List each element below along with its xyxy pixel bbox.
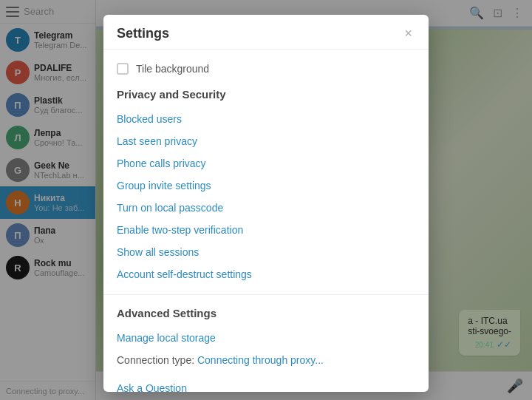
connection-label: Connection type:: [117, 354, 194, 366]
connection-row: Connection type: Connecting through prox…: [103, 349, 429, 371]
connection-value[interactable]: Connecting through proxy...: [197, 354, 324, 366]
privacy-section-title: Privacy and Security: [103, 85, 429, 108]
group-invite-link[interactable]: Group invite settings: [103, 174, 429, 197]
dialog-title: Settings: [117, 26, 169, 41]
settings-dialog: Settings × Tile background Privacy and S…: [103, 15, 429, 392]
self-destruct-link[interactable]: Account self-destruct settings: [103, 263, 429, 285]
modal-overlay: Settings × Tile background Privacy and S…: [0, 0, 532, 400]
local-storage-link[interactable]: Manage local storage: [103, 327, 429, 349]
tile-background-checkbox[interactable]: [117, 63, 129, 75]
passcode-link[interactable]: Turn on local passcode: [103, 197, 429, 219]
dialog-body: Tile background Privacy and Security Blo…: [103, 50, 429, 392]
advanced-section-title: Advanced Settings: [103, 304, 429, 327]
sessions-link[interactable]: Show all sessions: [103, 241, 429, 263]
ask-question-link[interactable]: Ask a Question: [103, 377, 429, 392]
section-divider: [103, 294, 429, 295]
dialog-header: Settings ×: [103, 15, 429, 50]
blocked-users-link[interactable]: Blocked users: [103, 108, 429, 130]
tile-background-label: Tile background: [136, 63, 209, 75]
close-button[interactable]: ×: [401, 25, 415, 41]
last-seen-link[interactable]: Last seen privacy: [103, 130, 429, 152]
tile-background-row: Tile background: [103, 58, 429, 85]
two-step-link[interactable]: Enable two-step verification: [103, 219, 429, 241]
phone-calls-link[interactable]: Phone calls privacy: [103, 152, 429, 174]
